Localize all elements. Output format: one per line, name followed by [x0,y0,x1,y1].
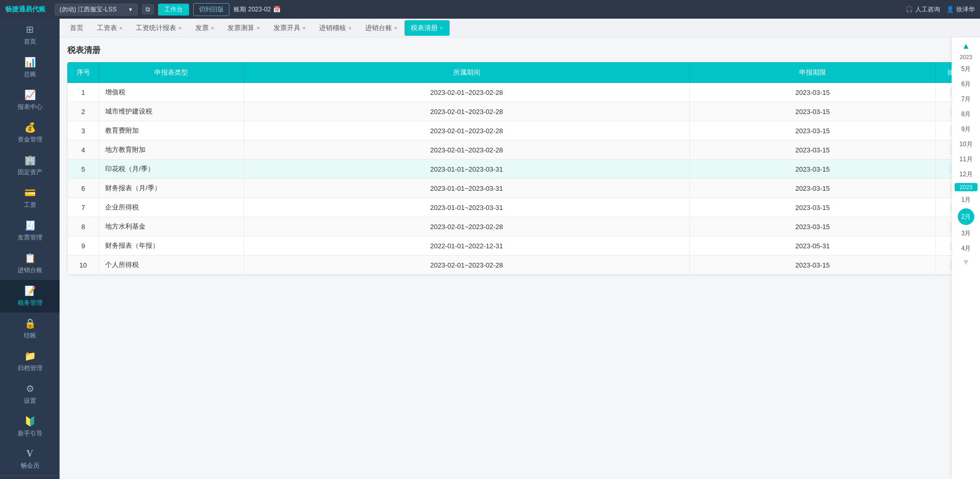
year-2022-label: 2023 [959,52,973,62]
cell-period: 2023-01-01~2023-03-31 [244,160,690,179]
sidebar-item-reports[interactable]: 📈 报表中心 [0,84,60,117]
sidebar-label-invoice: 发票管理 [18,233,42,242]
tab-tax-list[interactable]: 税表清册 × [405,20,449,36]
tab-invoice-close[interactable]: × [211,25,214,31]
cell-type: 财务报表（年报） [99,236,244,256]
sidebar-item-capital[interactable]: 💰 资金管理 [0,117,60,149]
cell-period: 2023-02-01~2023-02-28 [244,256,690,275]
month-1[interactable]: 1月 [955,193,977,207]
tab-invoice-open-close[interactable]: × [302,25,306,31]
table-row: 6 财务报表（月/季） 2023-01-01~2023-03-31 2023-0… [68,179,972,198]
headset-icon: 🎧 [905,6,913,13]
user-name-btn[interactable]: 👤 徐泽华 [946,5,975,14]
tab-purchase-check-close[interactable]: × [348,25,351,31]
month-11[interactable]: 11月 [955,152,977,166]
switch-old-button[interactable]: 切到旧版 [193,3,229,16]
closing-icon: 🔒 [24,318,36,329]
period-label: 账期 [234,5,246,14]
year-current[interactable]: 2023 [955,183,977,191]
cell-type: 印花税（月/季） [99,160,244,179]
cell-period: 2023-02-01~2023-02-28 [244,102,690,121]
period-display: 账期 2023-02 📅 [234,5,281,14]
month-6[interactable]: 6月 [955,77,977,91]
sidebar-item-closing[interactable]: 🔒 结账 [0,313,60,345]
copy-icon-button[interactable]: ⧉ [142,4,154,15]
sidebar-footer-unpin[interactable]: ◀◀ 取消固定 [0,475,60,479]
tab-home[interactable]: 首页 [64,20,90,36]
tab-invoice[interactable]: 发票 × [189,20,220,36]
tab-invoice-calc[interactable]: 发票测算 × [221,20,266,36]
sidebar-item-salary[interactable]: 💳 工资 [0,182,60,215]
sidebar-label-reports: 报表中心 [18,103,42,111]
month-4[interactable]: 4月 [955,242,977,256]
sidebar-item-vip[interactable]: V 畅会员 [0,443,60,475]
user-service-btn[interactable]: 🎧 人工咨询 [905,5,940,14]
vip-icon: V [26,448,33,459]
tab-salary-stats-close[interactable]: × [178,25,181,31]
ledger-icon: 📊 [24,57,36,68]
purchase-icon: 📋 [24,252,36,264]
cell-deadline: 2023-05-31 [689,236,935,256]
tab-salary-table[interactable]: 工资表 × [91,20,128,36]
tab-invoice-label: 发票 [195,23,209,33]
page-header: 税表清册 ↻ 刷新 [67,45,972,56]
date-navigator: ▲ 2023 5月 6月 7月 8月 9月 10月 11月 12月 2023 1… [952,37,980,479]
table-row: 8 地方水利基金 2023-02-01~2023-02-28 2023-03-1… [68,217,972,236]
cell-deadline: 2023-03-15 [689,121,935,140]
capital-icon: 💰 [24,122,36,133]
tab-bar: 首页 工资表 × 工资统计报表 × 发票 × 发票测算 × 发票开具 × [60,19,980,37]
tab-purchase-check[interactable]: 进销稽核 × [313,20,357,36]
assets-icon: 🏢 [24,154,36,166]
sidebar-item-guide[interactable]: 🔰 新手引导 [0,411,60,443]
company-selector[interactable]: (勿动) 江西服宝-LSS ▼ [55,4,138,16]
sidebar-label-assets: 固定资产 [18,168,42,177]
sidebar-item-ledger[interactable]: 📊 总账 [0,51,60,84]
nav-up-arrow[interactable]: ▲ [960,40,972,52]
sidebar-item-invoice[interactable]: 🧾 发票管理 [0,215,60,247]
archive-icon: 📁 [24,350,36,362]
nav-down-arrow[interactable]: ▼ [960,256,972,269]
cell-deadline: 2023-03-15 [689,102,935,121]
table-row: 4 地方教育附加 2023-02-01~2023-02-28 2023-03-1… [68,140,972,160]
cell-period: 2023-02-01~2023-02-28 [244,121,690,140]
sidebar-item-assets[interactable]: 🏢 固定资产 [0,149,60,182]
cell-num: 7 [68,198,99,217]
month-8[interactable]: 8月 [955,107,977,121]
table-row: 2 城市维护建设税 2023-02-01~2023-02-28 2023-03-… [68,102,972,121]
tab-invoice-calc-close[interactable]: × [256,25,260,31]
sidebar-label-vip: 畅会员 [21,461,39,470]
month-10[interactable]: 10月 [955,137,977,151]
reports-icon: 📈 [24,89,36,101]
user-avatar-icon: 👤 [946,6,954,13]
home-icon: ⊞ [26,24,34,35]
month-2-active[interactable]: 2月 [958,208,974,225]
tab-salary-stats[interactable]: 工资统计报表 × [129,20,188,36]
sidebar-item-settings[interactable]: ⚙ 设置 [0,378,60,411]
cell-type: 增值税 [99,83,244,102]
sidebar-item-home[interactable]: ⊞ 首页 [0,19,60,51]
month-5[interactable]: 5月 [955,62,977,76]
month-3[interactable]: 3月 [955,227,977,241]
cell-type: 企业所得税 [99,198,244,217]
sidebar-item-tax[interactable]: 📝 税务管理 [0,280,60,313]
sidebar-item-purchase[interactable]: 📋 进销台账 [0,247,60,280]
sidebar-label-home: 首页 [24,37,36,46]
sidebar-item-archive[interactable]: 📁 归档管理 [0,345,60,378]
sidebar-label-tax: 税务管理 [18,299,42,307]
month-12[interactable]: 12月 [955,167,977,181]
calendar-icon[interactable]: 📅 [273,6,281,13]
page-title: 税表清册 [67,45,100,56]
workbench-button[interactable]: 工作台 [158,4,189,16]
cell-num: 4 [68,140,99,160]
sidebar-label-purchase: 进销台账 [18,266,42,275]
month-7[interactable]: 7月 [955,92,977,106]
tab-home-label: 首页 [70,23,83,33]
tab-invoice-open[interactable]: 发票开具 × [267,20,312,36]
tab-salary-table-close[interactable]: × [119,25,122,31]
period-value: 2023-02 [248,6,271,13]
tab-purchase-ledger[interactable]: 进销台账 × [359,20,403,36]
tab-purchase-ledger-close[interactable]: × [394,25,397,31]
tab-tax-list-close[interactable]: × [440,25,443,31]
guide-icon: 🔰 [24,416,36,427]
month-9[interactable]: 9月 [955,122,977,136]
